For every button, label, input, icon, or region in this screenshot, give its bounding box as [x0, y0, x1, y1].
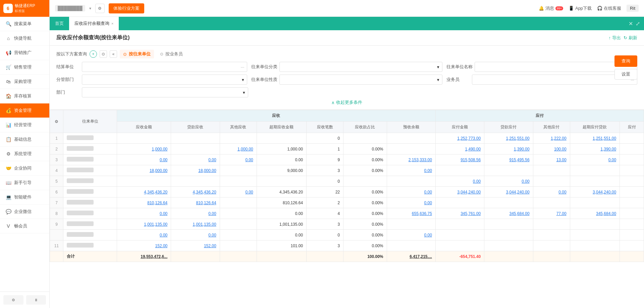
table-cell[interactable]: 0.00: [171, 208, 220, 219]
sidebar-settings-button[interactable]: ⚙: [3, 295, 23, 305]
table-cell[interactable]: 0.00: [117, 230, 171, 240]
industry-solution-button[interactable]: 体验行业方案: [109, 3, 144, 13]
filter-collapse-left-button[interactable]: «: [110, 50, 117, 58]
sidebar-item-basic[interactable]: 📋基础信息: [0, 132, 49, 147]
table-cell[interactable]: 4,345,436.20: [171, 187, 220, 197]
table-cell[interactable]: 1,490.00: [435, 144, 484, 155]
table-cell[interactable]: 13.00: [533, 155, 570, 165]
table-cell[interactable]: 152.00: [171, 240, 220, 251]
filter-input-settlement[interactable]: ···: [82, 62, 247, 72]
table-cell[interactable]: 0.00: [117, 155, 171, 165]
sidebar-item-inventory[interactable]: 🏠库存核算: [0, 89, 49, 103]
footer-recv-amount[interactable]: 19,553,472,6...: [117, 251, 171, 262]
table-cell[interactable]: 1,390.00: [484, 144, 533, 155]
sidebar-item-purchase[interactable]: 🛍采购管理: [0, 75, 49, 89]
sidebar-item-system[interactable]: ⚙系统管理: [0, 147, 49, 161]
table-cell[interactable]: 0.00: [387, 230, 435, 240]
query-button[interactable]: 查询: [614, 55, 637, 67]
tab-receivable-payable[interactable]: 应收应付余额查询 ×: [69, 17, 119, 30]
table-cell[interactable]: 915,508.56: [435, 155, 484, 165]
table-cell[interactable]: 1,000.00: [220, 144, 257, 155]
settings-button[interactable]: 设置: [614, 69, 637, 80]
sidebar-item-finance[interactable]: 💰资金管理: [0, 103, 49, 118]
sidebar-item-wechat[interactable]: 💬企业微信: [0, 205, 49, 219]
filter-scheme-employee[interactable]: ⊙ 按业务员: [157, 50, 186, 58]
tab-close-icon[interactable]: ×: [111, 21, 113, 26]
table-cell[interactable]: 2,153,333.00: [387, 155, 435, 165]
table-cell[interactable]: 1,001,135.00: [117, 219, 171, 230]
sidebar-item-hardware[interactable]: 💻智能硬件: [0, 190, 49, 205]
table-cell[interactable]: 1,001,135.00: [171, 219, 220, 230]
window-expand-icon[interactable]: ⤢: [636, 20, 640, 27]
table-cell[interactable]: 1,251,551.00: [570, 133, 620, 144]
table-cell[interactable]: 1,222.00: [533, 133, 570, 144]
filter-scheme-partner[interactable]: ⊙ 按往来单位: [120, 50, 154, 58]
table-cell[interactable]: 0.00: [484, 176, 533, 187]
sidebar-item-marketing[interactable]: 📢营销推广: [0, 46, 49, 60]
table-cell[interactable]: 4,345,436.20: [117, 187, 171, 197]
sidebar-item-search[interactable]: 🔍搜索菜单: [0, 17, 49, 31]
table-cell[interactable]: 1,251,551.00: [484, 133, 533, 144]
window-close-icon[interactable]: ✕: [629, 20, 633, 27]
filter-input-partner-name[interactable]: [475, 62, 637, 72]
filter-settings-button[interactable]: ⊙: [100, 50, 107, 58]
table-cell[interactable]: 0.00: [117, 208, 171, 219]
table-cell[interactable]: 0.00: [435, 176, 484, 187]
table-cell[interactable]: 3,044,240.00: [435, 187, 484, 197]
col-settings-header[interactable]: ⚙: [50, 110, 63, 133]
table-cell[interactable]: 3,044,240.00: [570, 187, 620, 197]
table-cell[interactable]: 810,126.64: [117, 197, 171, 208]
sidebar-item-member[interactable]: V畅会员: [0, 219, 49, 233]
sidebar-item-cooperation[interactable]: 🤝企业协同: [0, 161, 49, 176]
table-cell[interactable]: 1,252,773.00: [435, 133, 484, 144]
table-cell[interactable]: 0.00: [220, 155, 257, 165]
app-download-action[interactable]: 📱 App下载: [569, 5, 592, 11]
table-cell[interactable]: 0.00: [171, 155, 220, 165]
partner-name-cell: [63, 187, 117, 197]
table-cell[interactable]: 77.00: [533, 208, 570, 219]
filter-select-department[interactable]: ▾: [82, 87, 248, 97]
refresh-button[interactable]: ↻ 刷新: [624, 35, 637, 41]
table-cell[interactable]: 3,044,240.00: [484, 187, 533, 197]
collapse-button[interactable]: ∧ 收起更多条件: [331, 99, 362, 105]
sidebar-item-operation[interactable]: 📊经营管理: [0, 118, 49, 132]
table-cell[interactable]: 0.00: [171, 230, 220, 240]
company-dropdown[interactable]: ▾: [89, 6, 91, 11]
table-cell[interactable]: 1,390.00: [570, 144, 620, 155]
table-cell[interactable]: 0.00: [387, 165, 435, 176]
filter-select-dept[interactable]: ▾: [82, 75, 247, 85]
table-cell[interactable]: 0.00: [220, 187, 257, 197]
table-cell[interactable]: 18,000.00: [117, 165, 171, 176]
tab-home[interactable]: 首页: [50, 17, 69, 30]
sidebar-item-guide[interactable]: 📖新手引导: [0, 176, 49, 190]
table-cell[interactable]: 18,000.00: [171, 165, 220, 176]
footer-recv-advance[interactable]: 6,417,215....: [387, 251, 435, 262]
table-cell[interactable]: 0.00: [570, 155, 620, 165]
table-cell[interactable]: 345,684.00: [484, 208, 533, 219]
notification-action[interactable]: 🔔 消息 99+: [539, 5, 563, 11]
table-cell[interactable]: 655,636.75: [387, 208, 435, 219]
filter-select-salesperson[interactable]: ···: [472, 75, 637, 85]
table-cell[interactable]: 0.00: [533, 187, 570, 197]
table-cell[interactable]: 810,126.64: [171, 197, 220, 208]
customer-service-action[interactable]: 🎧 在线客服: [597, 5, 621, 11]
table-cell[interactable]: 100.00: [533, 144, 570, 155]
table-cell[interactable]: 152.00: [117, 240, 171, 251]
settings-gear[interactable]: ⚙: [95, 4, 105, 13]
table-cell[interactable]: 0.00: [387, 197, 435, 208]
table-cell: [484, 230, 533, 240]
export-button[interactable]: ↑ 导出: [609, 35, 621, 41]
sidebar-item-quick-nav[interactable]: ⌂快捷导航: [0, 31, 49, 46]
table-cell[interactable]: 345,684.00: [570, 208, 620, 219]
sidebar-collapse-button[interactable]: ⏸: [26, 295, 46, 305]
table-cell: [620, 187, 644, 197]
table-cell[interactable]: 1,000.00: [117, 144, 171, 155]
table-cell[interactable]: 0.00: [387, 187, 435, 197]
filter-select-partner-nature[interactable]: ▾: [279, 75, 442, 85]
user-info[interactable]: Rit: [627, 5, 639, 12]
table-cell[interactable]: 345,761.00: [435, 208, 484, 219]
filter-add-button[interactable]: +: [90, 50, 97, 58]
sidebar-item-sales[interactable]: 🛒销售管理: [0, 60, 49, 75]
table-cell[interactable]: 915,495.56: [484, 155, 533, 165]
filter-select-partner-type[interactable]: ▾: [279, 62, 442, 72]
